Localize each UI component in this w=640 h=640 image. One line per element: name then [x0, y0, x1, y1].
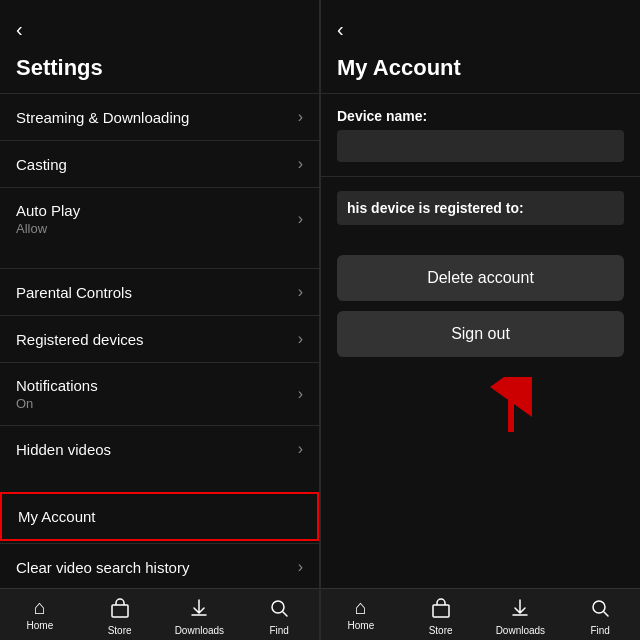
store-icon — [109, 597, 131, 622]
right-find-icon — [589, 597, 611, 622]
chevron-icon-notifications: › — [298, 385, 303, 403]
right-nav-find[interactable]: Find — [560, 597, 640, 636]
my-account-title: My Account — [321, 47, 640, 93]
settings-title: Settings — [0, 47, 319, 93]
svg-point-5 — [593, 601, 605, 613]
find-icon — [268, 597, 290, 622]
right-nav-downloads[interactable]: Downloads — [481, 597, 561, 636]
chevron-icon-streaming: › — [298, 108, 303, 126]
right-nav-find-label: Find — [590, 625, 609, 636]
menu-spacer — [0, 250, 319, 268]
menu-item-hidden[interactable]: Hidden videos› — [0, 425, 319, 472]
right-nav-home-label: Home — [348, 620, 375, 631]
left-bottom-nav: ⌂ Home Store Downloads — [0, 588, 319, 640]
chevron-icon-hidden: › — [298, 440, 303, 458]
nav-downloads[interactable]: Downloads — [160, 597, 240, 636]
nav-home-label: Home — [27, 620, 54, 631]
right-nav-home[interactable]: ⌂ Home — [321, 597, 401, 636]
right-back-button[interactable]: ‹ — [321, 0, 640, 47]
registered-to-box: his device is registered to: — [337, 191, 624, 225]
menu-item-label-hidden: Hidden videos — [16, 441, 111, 458]
left-panel: ‹ Settings Streaming & Downloading›Casti… — [0, 0, 320, 640]
menu-item-label-streaming: Streaming & Downloading — [16, 109, 189, 126]
nav-find-label: Find — [269, 625, 288, 636]
left-back-button[interactable]: ‹ — [0, 0, 319, 47]
menu-item-label-casting: Casting — [16, 156, 67, 173]
menu-item-label-autoplay: Auto Play — [16, 202, 80, 219]
menu-spacer — [0, 472, 319, 490]
chevron-icon-autoplay: › — [298, 210, 303, 228]
right-nav-downloads-label: Downloads — [496, 625, 545, 636]
menu-item-label-myaccount: My Account — [18, 508, 96, 525]
nav-find[interactable]: Find — [239, 597, 319, 636]
menu-item-sublabel-notifications: On — [16, 396, 98, 411]
menu-item-parental[interactable]: Parental Controls› — [0, 268, 319, 315]
menu-item-casting[interactable]: Casting› — [0, 140, 319, 187]
action-buttons-section: Delete account Sign out — [321, 239, 640, 373]
nav-home[interactable]: ⌂ Home — [0, 597, 80, 636]
right-downloads-icon — [509, 597, 531, 622]
home-icon: ⌂ — [34, 597, 46, 617]
svg-rect-0 — [112, 605, 128, 617]
chevron-icon-registered: › — [298, 330, 303, 348]
menu-item-label-notifications: Notifications — [16, 377, 98, 394]
nav-store-label: Store — [108, 625, 132, 636]
arrow-indicator — [321, 373, 640, 437]
svg-point-1 — [272, 601, 284, 613]
menu-item-registered[interactable]: Registered devices› — [0, 315, 319, 362]
chevron-icon-casting: › — [298, 155, 303, 173]
menu-item-clearsearch[interactable]: Clear video search history› — [0, 543, 319, 588]
menu-item-myaccount[interactable]: My Account — [0, 492, 319, 541]
device-name-value-box — [337, 130, 624, 162]
menu-item-autoplay[interactable]: Auto PlayAllow› — [0, 187, 319, 250]
svg-rect-4 — [433, 605, 449, 617]
right-nav-store[interactable]: Store — [401, 597, 481, 636]
registered-to-label: his device is registered to: — [347, 200, 524, 216]
right-home-icon: ⌂ — [355, 597, 367, 617]
downloads-icon — [188, 597, 210, 622]
right-bottom-nav: ⌂ Home Store Downloads — [321, 588, 640, 640]
menu-item-streaming[interactable]: Streaming & Downloading› — [0, 93, 319, 140]
menu-item-label-registered: Registered devices — [16, 331, 144, 348]
right-nav-store-label: Store — [429, 625, 453, 636]
menu-item-label-parental: Parental Controls — [16, 284, 132, 301]
menu-item-label-clearsearch: Clear video search history — [16, 559, 189, 576]
device-name-label: Device name: — [337, 108, 624, 124]
menu-item-notifications[interactable]: NotificationsOn› — [0, 362, 319, 425]
chevron-icon-parental: › — [298, 283, 303, 301]
right-store-icon — [430, 597, 452, 622]
registered-to-section: his device is registered to: — [321, 176, 640, 239]
delete-account-button[interactable]: Delete account — [337, 255, 624, 301]
settings-menu: Streaming & Downloading›Casting›Auto Pla… — [0, 93, 319, 588]
nav-downloads-label: Downloads — [175, 625, 224, 636]
menu-item-sublabel-autoplay: Allow — [16, 221, 80, 236]
device-name-section: Device name: — [321, 93, 640, 176]
chevron-icon-clearsearch: › — [298, 558, 303, 576]
right-panel: ‹ My Account Device name: his device is … — [320, 0, 640, 640]
sign-out-button[interactable]: Sign out — [337, 311, 624, 357]
nav-store[interactable]: Store — [80, 597, 160, 636]
